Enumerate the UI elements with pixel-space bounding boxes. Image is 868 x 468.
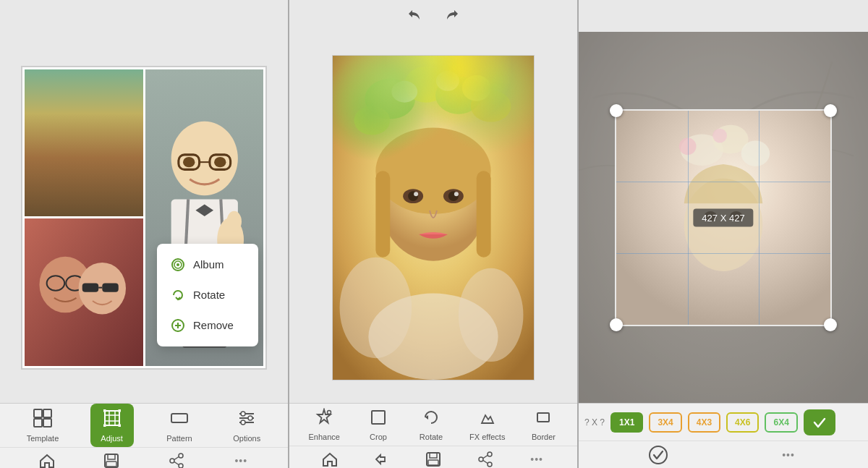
tab-fxeffects[interactable]: FX effects	[462, 404, 512, 446]
tab-adjust[interactable]: Adjust	[90, 404, 134, 447]
ratio-4x6[interactable]: 4X6	[726, 412, 759, 433]
svg-point-98	[741, 140, 770, 166]
svg-rect-71	[375, 171, 390, 257]
pattern-icon	[169, 408, 190, 431]
tab-template[interactable]: Template	[20, 404, 67, 447]
home-button-2[interactable]	[317, 446, 343, 468]
svg-point-80	[340, 257, 412, 357]
context-menu-remove[interactable]: Remove	[157, 310, 258, 341]
tab-pattern[interactable]: Pattern	[158, 404, 201, 447]
svg-rect-7	[104, 176, 114, 184]
confirm-button[interactable]	[804, 409, 835, 435]
crop-icon	[369, 408, 388, 430]
toolbar-actions-1: •••	[0, 447, 288, 468]
ratio-row: ? X ? 1X1 3X4 4X3 4X6 6X4	[579, 404, 868, 441]
more-button-2[interactable]: •••	[524, 446, 550, 468]
share-button-2[interactable]	[472, 446, 498, 468]
more-button-3[interactable]: •••	[775, 442, 801, 468]
toolbar-tabs-2: Enhance Crop Rotate	[289, 404, 577, 446]
border-tab-label: Border	[532, 433, 556, 441]
crop-box[interactable]: 427 X 427	[615, 109, 832, 326]
crop-handle-bl[interactable]	[610, 318, 623, 331]
back-button-2[interactable]	[368, 446, 394, 468]
svg-point-62	[404, 66, 448, 102]
svg-line-59	[174, 462, 179, 465]
svg-point-91	[488, 462, 492, 467]
context-menu-rotate[interactable]: Rotate	[157, 280, 258, 310]
svg-point-64	[471, 90, 511, 122]
crop-handle-tr[interactable]	[824, 104, 837, 117]
toolbar-actions-3: •••	[579, 441, 868, 468]
svg-rect-85	[537, 413, 549, 422]
svg-point-63	[435, 76, 482, 114]
collage-frame: Album Rotate	[21, 66, 267, 370]
collage-area: Album Rotate	[0, 32, 288, 403]
more-button-1[interactable]: •••	[228, 448, 254, 468]
crop-handle-tl[interactable]	[610, 104, 623, 117]
svg-point-61	[365, 78, 415, 119]
border-icon	[534, 408, 553, 430]
options-icon	[237, 408, 257, 431]
save-button[interactable]	[98, 448, 124, 468]
svg-rect-2	[61, 135, 106, 216]
confirm-circle-button[interactable]	[645, 442, 671, 468]
collage-cell-road[interactable]	[25, 69, 143, 217]
svg-rect-36	[34, 409, 42, 417]
svg-point-55	[179, 454, 183, 458]
home-button[interactable]	[34, 448, 60, 468]
save-button-2[interactable]	[420, 446, 446, 468]
svg-rect-0	[25, 69, 143, 217]
context-menu: Album Rotate	[157, 244, 258, 346]
svg-point-57	[179, 464, 183, 468]
undo-button[interactable]	[403, 4, 426, 27]
collage-cell-couple[interactable]	[25, 218, 143, 366]
tab-crop[interactable]: Crop	[357, 404, 400, 446]
ratio-3x4[interactable]: 3X4	[649, 412, 681, 433]
svg-rect-45	[171, 414, 187, 422]
svg-line-5	[82, 165, 90, 179]
tab-enhance[interactable]: Enhance	[302, 404, 347, 446]
svg-point-66	[462, 75, 491, 101]
toolbar-panel2: Enhance Crop Rotate	[289, 403, 577, 468]
svg-rect-27	[82, 283, 98, 292]
svg-rect-39	[43, 419, 51, 427]
tab-options[interactable]: Options	[225, 404, 268, 447]
svg-point-32	[176, 263, 179, 266]
svg-line-92	[483, 456, 488, 459]
svg-point-99	[679, 137, 697, 155]
svg-rect-38	[34, 419, 42, 427]
ratio-6x4[interactable]: 6X4	[765, 412, 797, 433]
options-tab-label: Options	[233, 434, 260, 443]
share-button[interactable]	[163, 448, 190, 468]
ratio-1x1[interactable]: 1X1	[610, 412, 643, 433]
tab-rotate[interactable]: Rotate	[409, 404, 453, 446]
enhance-icon	[315, 408, 333, 430]
rotate-menu-icon	[170, 287, 186, 303]
rotate-icon	[422, 408, 441, 430]
ratio-4x3[interactable]: 4X3	[688, 412, 720, 433]
portrait-photo	[333, 56, 534, 380]
svg-rect-40	[105, 411, 119, 425]
svg-point-51	[241, 420, 245, 425]
remove-icon	[170, 318, 186, 333]
svg-point-49	[248, 416, 252, 420]
tab-border[interactable]: Border	[522, 404, 565, 446]
pattern-tab-label: Pattern	[166, 434, 192, 443]
panel-portrait: Enhance Crop Rotate	[289, 0, 579, 468]
redo-button[interactable]	[441, 4, 464, 27]
svg-point-100	[712, 128, 727, 142]
svg-line-6	[100, 165, 107, 179]
svg-line-93	[483, 461, 488, 464]
svg-rect-88	[428, 460, 438, 465]
toolbar-actions-2: •••	[289, 446, 577, 468]
svg-point-14	[214, 156, 226, 166]
svg-rect-37	[43, 409, 51, 417]
template-tab-label: Template	[27, 434, 59, 443]
portrait-area	[289, 32, 577, 403]
context-menu-album[interactable]: Album	[157, 250, 258, 280]
enhance-tab-label: Enhance	[309, 433, 340, 441]
crop-editor-area: 427 X 427	[579, 32, 868, 403]
crop-handle-br[interactable]	[824, 318, 837, 331]
portrait-frame[interactable]	[332, 55, 535, 380]
toolbar-panel1: Template	[0, 403, 288, 468]
